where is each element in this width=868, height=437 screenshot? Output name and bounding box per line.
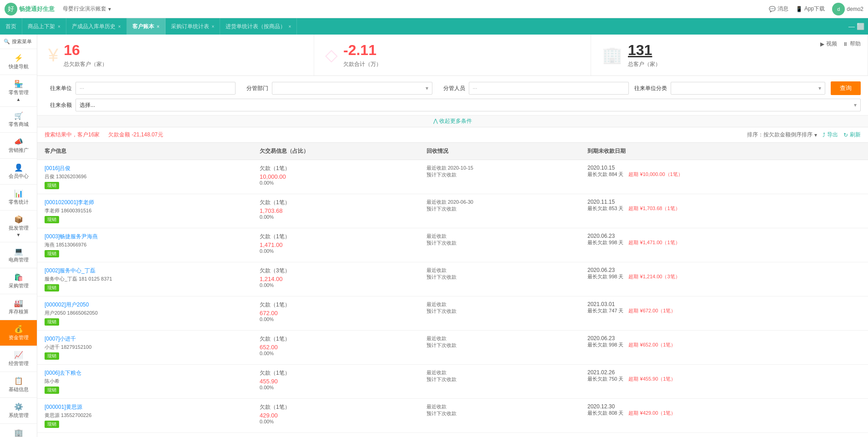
sidebar-item-enterprise[interactable]: 🏢 企业协同 bbox=[0, 424, 37, 437]
debt-amount-5[interactable]: 652.00 bbox=[260, 344, 412, 351]
video-button[interactable]: ▶ 视频 bbox=[820, 40, 837, 48]
customer-phone-6: 陈小希 bbox=[45, 378, 245, 385]
sidebar-item-ops[interactable]: 📈 经营管理 bbox=[0, 346, 37, 372]
export-button[interactable]: ⤴ 导出 bbox=[823, 131, 838, 139]
overdue-link-1[interactable]: 超期 ¥1,703.68（1笔） bbox=[628, 206, 680, 211]
sidebar-item-marketing[interactable]: 📣 营销推广 bbox=[0, 133, 37, 159]
debt-amount-7[interactable]: 429.00 bbox=[260, 412, 412, 419]
sidebar-item-batch-mgmt[interactable]: 📦 批发管理 ▼ bbox=[0, 211, 37, 242]
payback-next-7: 预计下次收款 bbox=[426, 410, 573, 417]
balance-select[interactable]: 选择... ▾ bbox=[75, 99, 861, 111]
overdue-link-2[interactable]: 超期 ¥1,471.00（1笔） bbox=[628, 240, 680, 245]
dept-select[interactable]: ▾ bbox=[272, 82, 432, 95]
tab-purchase-stats[interactable]: 进货单统计表（按商品） × bbox=[220, 18, 297, 35]
customer-name-2[interactable]: [0003]畅捷服务尹海燕 bbox=[45, 233, 245, 241]
sidebar-item-purchase[interactable]: 🛍️ 采购管理 bbox=[0, 268, 37, 294]
quick-nav-icon: ⚡ bbox=[14, 54, 23, 62]
basic-info-icon: 📋 bbox=[14, 377, 23, 385]
tab-close-product-icon[interactable]: × bbox=[58, 24, 60, 29]
tab-close-customer-icon[interactable]: × bbox=[157, 24, 160, 29]
overdue-link-6[interactable]: 超期 ¥455.90（1笔） bbox=[628, 376, 676, 382]
customer-name-0[interactable]: [0016]吕俊 bbox=[45, 165, 245, 172]
tab-close-stats-icon[interactable]: × bbox=[288, 24, 291, 29]
table-row: [0007]小进千 小进千 18279152100 现销 欠款（1笔） 652.… bbox=[37, 331, 868, 365]
tab-product-on-off[interactable]: 商品上下架 × bbox=[22, 18, 66, 35]
overdue-link-0[interactable]: 超期 ¥10,000.00（1笔） bbox=[628, 171, 682, 177]
customer-info-1: [0001020001]李老师 李老师 18600391516 现销 bbox=[45, 199, 245, 223]
customer-name-1[interactable]: [0001020001]李老师 bbox=[45, 199, 245, 206]
help-button[interactable]: ⏸ 帮助 bbox=[843, 40, 861, 48]
customer-phone-3: 服务中心_丁磊 181 0125 8371 bbox=[45, 276, 245, 282]
collapse-filter-bar[interactable]: ⋀ 收起更多条件 bbox=[37, 115, 868, 127]
sidebar-item-quick-nav[interactable]: ⚡ 快捷导航 bbox=[0, 49, 37, 75]
debt-amount-4[interactable]: 672.00 bbox=[260, 310, 412, 316]
sidebar-item-finance[interactable]: 💰 资金管理 bbox=[0, 320, 37, 346]
user-avatar-button[interactable]: d demo2 bbox=[832, 3, 863, 15]
query-button[interactable]: 查询 bbox=[831, 81, 861, 95]
payback-recent-2: 最近收款 bbox=[426, 233, 573, 240]
customer-name-6[interactable]: [0006]去下粮仓 bbox=[45, 369, 245, 377]
nav-minimize-icon[interactable]: — bbox=[848, 23, 855, 30]
sidebar-search[interactable]: 🔍 搜索菜单 bbox=[0, 35, 37, 49]
customer-name-5[interactable]: [0007]小进千 bbox=[45, 335, 245, 343]
sidebar-item-member[interactable]: 👤 会员中心 bbox=[0, 159, 37, 185]
nav-maximize-icon[interactable]: ⬜ bbox=[857, 23, 864, 30]
sidebar-item-ecommerce[interactable]: 💻 电商管理 bbox=[0, 242, 37, 268]
debt-label-2: 欠款（1笔） bbox=[260, 233, 412, 241]
sidebar-item-system[interactable]: ⚙️ 系统管理 bbox=[0, 398, 37, 424]
overdue-link-7[interactable]: 超期 ¥429.00（1笔） bbox=[628, 410, 676, 416]
customer-name-7[interactable]: [000001]黄思源 bbox=[45, 403, 245, 411]
debt-percent-3: 0.00% bbox=[260, 282, 412, 288]
message-button[interactable]: 💬 消息 bbox=[769, 5, 788, 13]
company-arrow-icon: ▾ bbox=[108, 6, 111, 12]
stat-card-credit-customers: ¥ 16 总欠款客户（家） bbox=[37, 35, 314, 75]
sidebar-item-basic-info[interactable]: 📋 基础信息 bbox=[0, 372, 37, 398]
tab-home[interactable]: 首页 bbox=[0, 18, 22, 35]
cell-overdue-6: 2021.02.26 最长欠款 750 天 超期 ¥455.90（1笔） bbox=[580, 365, 868, 399]
main-layout: 🔍 搜索菜单 ⚡ 快捷导航 🏪 零售管理 ▲ 🛒 零售商城 📣 营销推广 👤 会… bbox=[0, 35, 868, 437]
sort-selector[interactable]: 排序：按欠款金额倒序排序 ▾ bbox=[747, 131, 817, 139]
manager-input[interactable]: ··· bbox=[469, 82, 629, 95]
customer-name-3[interactable]: [0002]服务中心_丁磊 bbox=[45, 267, 245, 275]
customer-name-4[interactable]: [000002]用户2050 bbox=[45, 301, 245, 309]
overdue-link-4[interactable]: 超期 ¥672.00（1笔） bbox=[628, 308, 676, 313]
customer-info-5: [0007]小进千 小进千 18279152100 现销 bbox=[45, 335, 245, 360]
batch-mgmt-icon: 📦 bbox=[14, 215, 23, 224]
debt-amount-6[interactable]: 455.90 bbox=[260, 378, 412, 385]
cell-customer-info-1: [0001020001]李老师 李老师 18600391516 现销 bbox=[37, 194, 252, 228]
stat-label-credit-amount: 欠款合计（万） bbox=[343, 60, 381, 68]
stat-diamond-icon: ◇ bbox=[325, 45, 338, 65]
col-overdue-date: 到期未收款日期 bbox=[580, 143, 868, 160]
tab-purchase-order[interactable]: 采购订单统计表 × bbox=[166, 18, 221, 35]
sidebar-item-retail-stats[interactable]: 📊 零售统计 bbox=[0, 185, 37, 211]
results-debt-label bbox=[101, 131, 107, 138]
tab-close-production-icon[interactable]: × bbox=[118, 24, 121, 29]
overdue-link-5[interactable]: 超期 ¥652.00（1笔） bbox=[628, 342, 676, 347]
debt-label-4: 欠款（1笔） bbox=[260, 301, 412, 309]
company-selector[interactable]: 母婴行业演示账套 ▾ bbox=[59, 5, 115, 13]
customer-tag-0: 现销 bbox=[45, 182, 59, 189]
sidebar-item-inventory[interactable]: 🏭 库存核算 bbox=[0, 294, 37, 320]
tab-close-purchase-icon[interactable]: × bbox=[212, 24, 215, 29]
customer-tag-1: 现销 bbox=[45, 216, 59, 223]
customer-phone-7: 黄思源 13552700226 bbox=[45, 412, 245, 419]
sidebar-item-retail-mgmt[interactable]: 🏪 零售管理 ▲ bbox=[0, 75, 37, 107]
debt-amount-2[interactable]: 1,471.00 bbox=[260, 241, 412, 248]
refresh-button[interactable]: ↻ 刷新 bbox=[843, 131, 861, 139]
customer-tag-6: 现销 bbox=[45, 387, 59, 394]
cell-overdue-0: 2020.10.15 最长欠款 884 天 超期 ¥10,000.00（1笔） bbox=[580, 160, 868, 194]
tab-production-history[interactable]: 产成品入库单历史 × bbox=[66, 18, 127, 35]
debt-amount-3[interactable]: 1,214.00 bbox=[260, 276, 412, 282]
from-unit-input[interactable]: ··· bbox=[75, 82, 236, 95]
unit-category-select[interactable]: ▾ bbox=[671, 82, 825, 95]
refresh-icon: ↻ bbox=[843, 132, 848, 138]
debt-amount-0[interactable]: 10,000.00 bbox=[260, 173, 412, 180]
app-download-button[interactable]: 📱 App下载 bbox=[796, 5, 825, 13]
overdue-link-3[interactable]: 超期 ¥1,214.00（3笔） bbox=[628, 274, 680, 279]
sidebar-item-retail-mall[interactable]: 🛒 零售商城 bbox=[0, 107, 37, 133]
tab-customer-account[interactable]: 客户账本 × bbox=[127, 18, 166, 35]
cell-payback-7: 最近收款 预计下次收款 bbox=[419, 399, 580, 433]
cell-debt-7: 欠款（1笔） 429.00 0.00% bbox=[252, 399, 419, 433]
debt-amount-1[interactable]: 1,703.68 bbox=[260, 207, 412, 214]
payback-recent-3: 最近收款 bbox=[426, 267, 573, 274]
